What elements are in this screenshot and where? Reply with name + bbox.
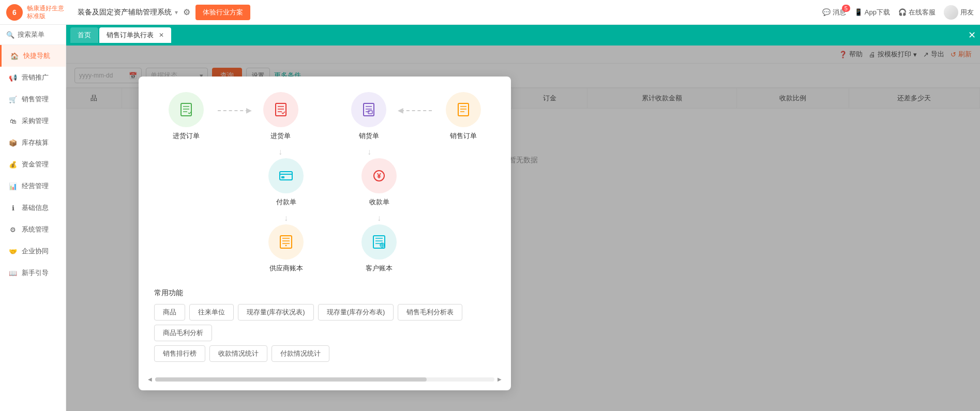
- modal-scrollbar: ◀ ▶: [139, 372, 511, 390]
- svg-rect-13: [458, 103, 469, 116]
- logo-text: 畅康通好生意 标准版: [27, 5, 64, 20]
- btn-sales-profit[interactable]: 销售毛利分析表: [398, 304, 462, 321]
- btn-payment-stats[interactable]: 付款情况统计: [272, 345, 329, 362]
- tab-close-icon[interactable]: ✕: [159, 32, 164, 39]
- modal-overlay[interactable]: 进货订单 ▶: [66, 45, 980, 411]
- svg-rect-0: [181, 103, 191, 116]
- sidebar-item-baseinfo[interactable]: ℹ 基础信息: [0, 197, 66, 219]
- btn-sales-rank[interactable]: 销售排行榜: [154, 345, 205, 362]
- svg-rect-22: [280, 236, 292, 248]
- flow-node-sales-order[interactable]: 销售订单: [432, 92, 495, 141]
- flow-node-payment[interactable]: 付款单: [252, 158, 320, 207]
- btn-partners[interactable]: 往来单位: [189, 304, 234, 321]
- svg-rect-4: [276, 103, 286, 116]
- flow-node-supplier[interactable]: 供应商账本: [252, 224, 320, 273]
- svg-rect-26: [373, 236, 385, 248]
- sidebar-item-guide[interactable]: 📖 新手引导: [0, 262, 66, 284]
- tab-home[interactable]: 首页: [70, 27, 98, 43]
- marketing-icon: 📢: [8, 73, 18, 82]
- supplier-circle: [268, 224, 304, 260]
- online-service-item[interactable]: 🎧 在线客服: [898, 8, 936, 17]
- purchase-icon: 🛍: [8, 116, 18, 126]
- sidebar-item-inventory[interactable]: 📦 库存核算: [0, 132, 66, 154]
- content-area: 首页 销售订单执行表 ✕ ✕ ❓ 帮助: [66, 25, 980, 411]
- sidebar-item-purchase[interactable]: 🛍 采购管理: [0, 110, 66, 132]
- flow-down-arrows: ↓ ↓: [154, 146, 495, 158]
- headset-icon: 🎧: [898, 8, 907, 16]
- sales-icon: 🛒: [8, 95, 18, 104]
- down-arrow-purchase-bill: ↓: [248, 148, 312, 156]
- common-buttons-row2: 销售排行榜 收款情况统计 付款情况统计: [154, 345, 495, 362]
- logo-area: 6 畅康通好生意 标准版: [6, 4, 68, 21]
- home-icon: 🏠: [10, 51, 19, 60]
- sidebar: 🔍 搜索菜单 🏠 快捷导航 📢 营销推广 🛒 销售管理 🛍 采购管理 📦: [0, 25, 66, 411]
- system-title: 装备及固定资产辅助管理系统 ▾: [78, 8, 178, 17]
- btn-goods-profit[interactable]: 商品毛利分析: [154, 325, 212, 341]
- arrow-purchase-to-bill: ▶: [218, 110, 249, 123]
- purchase-bill-circle: [263, 92, 298, 127]
- common-functions-title: 常用功能: [154, 288, 495, 298]
- svg-text:¥: ¥: [377, 172, 381, 180]
- close-window-icon[interactable]: ✕: [968, 29, 976, 41]
- system-dropdown-icon[interactable]: ▾: [175, 9, 178, 16]
- svg-rect-17: [280, 172, 292, 180]
- app-download-item[interactable]: 📱 App下载: [854, 8, 890, 17]
- sales-order-circle: [446, 92, 481, 127]
- flow-node-receipt[interactable]: ¥ 收款单: [345, 158, 413, 207]
- settings-icon[interactable]: ⚙: [183, 7, 190, 17]
- down-arrow-sales-bill: ↓: [337, 148, 401, 156]
- management-icon: 📊: [8, 181, 18, 191]
- avatar: [944, 5, 958, 20]
- scroll-right-arrow[interactable]: ▶: [496, 376, 503, 382]
- flow-row-2: 付款单 ¥ 收款单: [154, 158, 495, 207]
- flow-row-3: 供应商账本 客户账本: [154, 224, 495, 273]
- btn-goods[interactable]: 商品: [154, 304, 185, 321]
- content-body: ❓ 帮助 🖨 按模板打印 ▾ ↗ 导出 ↺: [66, 45, 980, 411]
- btn-stock-dist[interactable]: 现存量(库存分布表): [318, 304, 394, 321]
- search-icon: 🔍: [6, 31, 14, 39]
- sidebar-item-management[interactable]: 📊 经营管理: [0, 175, 66, 197]
- purchase-order-circle: [169, 92, 204, 127]
- flow-node-purchase-order[interactable]: 进货订单: [154, 92, 218, 141]
- message-badge: 5: [842, 5, 850, 12]
- sidebar-search[interactable]: 🔍 搜索菜单: [0, 25, 66, 45]
- sidebar-item-system[interactable]: ⚙ 系统管理: [0, 219, 66, 240]
- message-icon: 💬: [822, 8, 831, 16]
- flow-node-sales-bill[interactable]: 销货单: [337, 92, 401, 141]
- svg-rect-12: [368, 111, 372, 114]
- phone-icon: 📱: [854, 8, 863, 16]
- experience-button[interactable]: 体验行业方案: [195, 5, 250, 20]
- flow-section: 进货订单 ▶: [139, 77, 511, 288]
- scroll-controls: ◀ ▶: [147, 376, 503, 382]
- sidebar-item-cooperation[interactable]: 🤝 企业协同: [0, 240, 66, 262]
- flow-node-customer[interactable]: 客户账本: [345, 224, 413, 273]
- sidebar-item-finance[interactable]: 💰 资金管理: [0, 154, 66, 175]
- inventory-icon: 📦: [8, 138, 18, 147]
- main-area: 🔍 搜索菜单 🏠 快捷导航 📢 营销推广 🛒 销售管理 🛍 采购管理 📦: [0, 25, 980, 411]
- payment-circle: [268, 158, 304, 193]
- finance-icon: 💰: [8, 160, 18, 169]
- down-arrow-payment: ↓: [252, 214, 320, 222]
- tab-bar: 首页 销售订单执行表 ✕ ✕: [66, 25, 980, 45]
- scroll-track: [155, 377, 494, 382]
- system-icon: ⚙: [8, 225, 18, 234]
- scroll-thumb[interactable]: [155, 377, 427, 382]
- baseinfo-icon: ℹ: [8, 203, 18, 212]
- svg-rect-19: [281, 176, 284, 178]
- flow-node-purchase-bill[interactable]: 进货单: [249, 92, 312, 141]
- top-bar: 6 畅康通好生意 标准版 装备及固定资产辅助管理系统 ▾ ⚙ 体验行业方案 💬 …: [0, 0, 980, 25]
- scroll-left-arrow[interactable]: ◀: [147, 376, 153, 382]
- tab-sales-order[interactable]: 销售订单执行表 ✕: [99, 27, 171, 43]
- sidebar-item-quicknav[interactable]: 🏠 快捷导航: [0, 45, 66, 67]
- message-item[interactable]: 💬 消息 5: [822, 8, 846, 17]
- btn-stock-status[interactable]: 现存量(库存状况表): [238, 304, 314, 321]
- sidebar-item-sales[interactable]: 🛒 销售管理: [0, 88, 66, 110]
- user-item[interactable]: 用友: [944, 5, 974, 20]
- app-container: 6 畅康通好生意 标准版 装备及固定资产辅助管理系统 ▾ ⚙ 体验行业方案 💬 …: [0, 0, 980, 411]
- sidebar-item-marketing[interactable]: 📢 营销推广: [0, 67, 66, 88]
- top-right: 💬 消息 5 📱 App下载 🎧 在线客服 用友: [822, 5, 974, 20]
- down-arrow-receipt: ↓: [345, 214, 413, 222]
- btn-receipt-stats[interactable]: 收款情况统计: [209, 345, 267, 362]
- logo-icon: 6: [6, 4, 23, 21]
- cooperation-icon: 🤝: [8, 247, 18, 256]
